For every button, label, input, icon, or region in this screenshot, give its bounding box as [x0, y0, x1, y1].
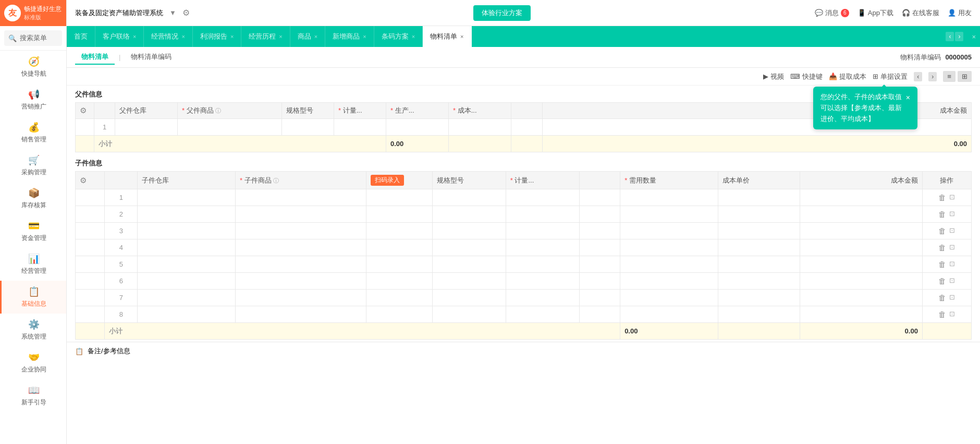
tab-operations[interactable]: 经营情况 × [144, 26, 192, 47]
parent-row-unit[interactable] [334, 119, 386, 136]
copy-row-button[interactable]: ⊡ [949, 293, 955, 302]
child-row-qty[interactable] [620, 239, 718, 256]
grid-view-button[interactable]: ⊞ [958, 71, 972, 82]
child-row-product[interactable] [236, 290, 366, 306]
child-row-product[interactable] [236, 306, 366, 323]
tab-close-icon[interactable]: × [181, 33, 185, 40]
child-row-qty[interactable] [620, 273, 718, 290]
shortcut-button[interactable]: ⌨ 快捷键 [790, 72, 823, 81]
child-row-product[interactable] [236, 223, 366, 239]
sidebar-item-marketing[interactable]: 📢 营销推广 [0, 83, 66, 116]
sidebar-item-enterprise[interactable]: 🤝 企业协同 [0, 346, 66, 379]
tooltip-close-button[interactable]: × [906, 92, 910, 103]
list-view-button[interactable]: ≡ [943, 71, 956, 82]
parent-row-spec[interactable] [282, 119, 334, 136]
sidebar-item-guide[interactable]: 📖 新手引导 [0, 379, 66, 412]
toolbar-prev-button[interactable]: ‹ [914, 72, 922, 81]
child-row-unit[interactable] [506, 206, 579, 223]
child-row-qty[interactable] [620, 290, 718, 306]
delete-row-button[interactable]: 🗑 [938, 210, 946, 219]
scan-input-button[interactable]: 扫码录入 [371, 175, 404, 186]
child-row-spec[interactable] [432, 206, 506, 223]
child-row-warehouse[interactable] [138, 239, 236, 256]
sub-tab-bom-code[interactable]: 物料清单编码 [125, 50, 178, 65]
tab-close-icon[interactable]: × [363, 33, 366, 40]
tab-close-icon[interactable]: × [460, 33, 463, 40]
sidebar-item-finance[interactable]: 💳 资金管理 [0, 215, 66, 248]
tab-history[interactable]: 经营历程 × [241, 26, 290, 47]
online-service-button[interactable]: 🎧 在线客服 [902, 8, 939, 18]
child-row-unit[interactable] [506, 273, 579, 290]
tab-close-icon[interactable]: × [230, 33, 234, 40]
close-all-button[interactable]: × [967, 33, 980, 41]
settings-icon[interactable]: ⚙ [182, 8, 190, 18]
child-row-spec[interactable] [432, 306, 506, 323]
child-row-product[interactable] [236, 273, 366, 290]
copy-row-button[interactable]: ⊡ [949, 243, 955, 252]
child-row-qty[interactable] [620, 306, 718, 323]
tab-customer[interactable]: 客户联络 × [95, 26, 144, 47]
child-row-product[interactable] [236, 189, 366, 206]
child-row-spec[interactable] [432, 256, 506, 273]
copy-row-button[interactable]: ⊡ [949, 210, 955, 219]
toolbar-next-button[interactable]: › [928, 72, 937, 81]
child-row-warehouse[interactable] [138, 273, 236, 290]
child-row-unit[interactable] [506, 290, 579, 306]
tab-home[interactable]: 首页 [67, 26, 95, 47]
sidebar-item-system[interactable]: ⚙️ 系统管理 [0, 314, 66, 346]
delete-row-button[interactable]: 🗑 [938, 293, 946, 302]
child-row-warehouse[interactable] [138, 290, 236, 306]
child-row-unit-cost[interactable] [718, 223, 800, 239]
search-menu-button[interactable]: 🔍 搜索菜单 [4, 30, 62, 46]
child-row-spec[interactable] [432, 290, 506, 306]
sidebar-item-basic-info[interactable]: 📋 基础信息 [0, 281, 66, 314]
copy-row-button[interactable]: ⊡ [949, 226, 955, 235]
delete-row-button[interactable]: 🗑 [938, 260, 946, 269]
child-row-unit[interactable] [506, 239, 579, 256]
dropdown-icon[interactable]: ▼ [169, 9, 176, 17]
child-row-unit-cost[interactable] [718, 239, 800, 256]
tab-new-goods[interactable]: 新增商品 × [325, 26, 374, 47]
sidebar-item-quick-nav[interactable]: 🧭 快捷导航 [0, 51, 66, 83]
child-row-unit[interactable] [506, 306, 579, 323]
child-row-warehouse[interactable] [138, 206, 236, 223]
child-row-unit[interactable] [506, 256, 579, 273]
tab-barcode[interactable]: 条码方案 × [374, 26, 423, 47]
delete-row-button[interactable]: 🗑 [938, 193, 946, 202]
child-row-product[interactable] [236, 206, 366, 223]
child-row-spec[interactable] [432, 273, 506, 290]
child-row-product[interactable] [236, 256, 366, 273]
single-settings-button[interactable]: ⊞ 单据设置 [873, 72, 908, 81]
sub-tab-bom-list[interactable]: 物料清单 [75, 50, 115, 65]
copy-row-button[interactable]: ⊡ [949, 277, 955, 285]
child-row-warehouse[interactable] [138, 256, 236, 273]
parent-row-production[interactable] [386, 119, 449, 136]
child-row-qty[interactable] [620, 206, 718, 223]
message-button[interactable]: 💬 消息 6 [815, 8, 849, 18]
sidebar-item-sales[interactable]: 💰 销售管理 [0, 116, 66, 149]
tab-close-icon[interactable]: × [314, 33, 317, 40]
delete-row-button[interactable]: 🗑 [938, 243, 946, 252]
child-row-unit-cost[interactable] [718, 189, 800, 206]
child-row-unit-cost[interactable] [718, 256, 800, 273]
child-row-qty[interactable] [620, 223, 718, 239]
child-row-unit-cost[interactable] [718, 290, 800, 306]
tab-close-icon[interactable]: × [412, 33, 415, 40]
copy-row-button[interactable]: ⊡ [949, 193, 955, 202]
tab-next-button[interactable]: › [955, 32, 963, 41]
tab-profit[interactable]: 利润报告 × [193, 26, 241, 47]
tab-prev-button[interactable]: ‹ [946, 32, 954, 41]
child-row-qty[interactable] [620, 256, 718, 273]
child-row-unit-cost[interactable] [718, 206, 800, 223]
child-row-spec[interactable] [432, 189, 506, 206]
delete-row-button[interactable]: 🗑 [938, 226, 946, 235]
column-settings-gear[interactable]: ⚙ [80, 106, 87, 115]
tab-close-icon[interactable]: × [279, 33, 282, 40]
user-menu[interactable]: 👤 用友 [948, 8, 972, 18]
video-button[interactable]: ▶ 视频 [763, 72, 784, 81]
sidebar-item-operations[interactable]: 📊 经营管理 [0, 248, 66, 281]
child-row-unit-cost[interactable] [718, 273, 800, 290]
extract-cost-button[interactable]: 📥 提取成本 [829, 72, 866, 81]
try-industry-button[interactable]: 体验行业方案 [473, 5, 531, 21]
tab-close-icon[interactable]: × [133, 33, 136, 40]
